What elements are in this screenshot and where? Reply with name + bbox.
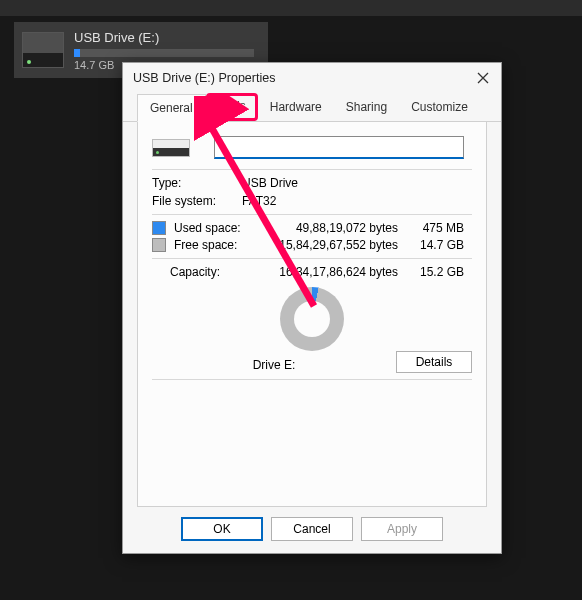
dialog-titlebar[interactable]: USB Drive (E:) Properties <box>123 63 501 93</box>
drive-tile-name: USB Drive (E:) <box>74 30 254 45</box>
tab-tools[interactable]: Tools <box>206 93 258 121</box>
divider <box>152 214 472 215</box>
drive-chart-label: Drive E: <box>253 358 296 372</box>
usage-donut <box>280 287 344 351</box>
divider <box>152 169 472 170</box>
cancel-button[interactable]: Cancel <box>271 517 353 541</box>
capacity-label: Capacity: <box>152 265 256 279</box>
drive-icon <box>22 32 64 68</box>
dialog-title: USB Drive (E:) Properties <box>133 71 275 85</box>
tab-panel-general: Type: USB Drive File system: FAT32 Used … <box>137 122 487 507</box>
free-swatch <box>152 238 166 252</box>
tab-customize[interactable]: Customize <box>399 94 480 122</box>
apply-button[interactable]: Apply <box>361 517 443 541</box>
close-icon[interactable] <box>471 66 495 90</box>
used-label: Used space: <box>174 221 262 235</box>
tab-hardware[interactable]: Hardware <box>258 94 334 122</box>
divider <box>152 379 472 380</box>
fs-value: FAT32 <box>242 194 472 208</box>
type-label: Type: <box>152 176 242 190</box>
drive-icon <box>152 139 190 157</box>
type-value: USB Drive <box>242 176 472 190</box>
fs-label: File system: <box>152 194 242 208</box>
used-bytes: 49,88,19,072 bytes <box>268 221 406 235</box>
tab-sharing[interactable]: Sharing <box>334 94 399 122</box>
used-swatch <box>152 221 166 235</box>
capacity-human: 15.2 GB <box>412 265 472 279</box>
explorer-toolbar <box>0 0 582 16</box>
free-human: 14.7 GB <box>412 238 472 252</box>
free-label: Free space: <box>174 238 262 252</box>
ok-button[interactable]: OK <box>181 517 263 541</box>
divider <box>152 258 472 259</box>
tabs: General Tools Hardware Sharing Customize <box>123 93 501 122</box>
used-human: 475 MB <box>412 221 472 235</box>
capacity-bytes: 16,34,17,86,624 bytes <box>262 265 406 279</box>
drive-name-input[interactable] <box>214 136 464 159</box>
details-button[interactable]: Details <box>396 351 472 373</box>
tab-general[interactable]: General <box>137 94 206 122</box>
free-bytes: 15,84,29,67,552 bytes <box>268 238 406 252</box>
properties-dialog: USB Drive (E:) Properties General Tools … <box>122 62 502 554</box>
drive-usage-bar <box>74 49 254 57</box>
